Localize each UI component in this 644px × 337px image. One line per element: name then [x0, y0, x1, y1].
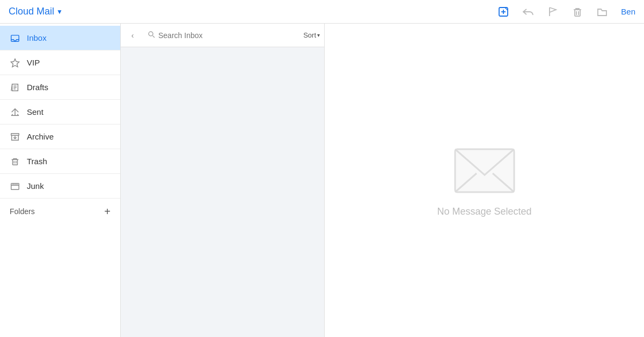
search-bar — [143, 31, 300, 40]
svg-rect-24 — [455, 149, 514, 192]
toolbar-icons — [497, 6, 608, 18]
search-input[interactable] — [158, 31, 296, 40]
sidebar-item-junk[interactable]: Junk — [0, 174, 120, 199]
sidebar-item-archive[interactable]: Archive — [0, 124, 120, 149]
flag-icon[interactable] — [547, 6, 559, 18]
message-list-header: ‹ Sort ▾ — [121, 24, 324, 47]
app-title-chevron-icon: ▼ — [56, 8, 63, 16]
sidebar-item-sent[interactable]: Sent — [0, 100, 120, 124]
message-list-body — [121, 47, 324, 337]
sidebar-item-drafts[interactable]: Drafts — [0, 75, 120, 100]
sidebar-item-sent-label: Sent — [27, 107, 43, 116]
message-list-panel: ‹ Sort ▾ — [121, 24, 325, 337]
sidebar-item-trash-label: Trash — [27, 157, 47, 166]
sidebar-item-drafts-label: Drafts — [27, 83, 48, 92]
svg-rect-12 — [11, 133, 19, 135]
sidebar-item-inbox[interactable]: Inbox — [0, 26, 120, 50]
sidebar-folders-row: Folders + — [0, 201, 120, 222]
sort-label: Sort — [303, 31, 316, 39]
sort-button[interactable]: Sort ▾ — [303, 31, 320, 39]
no-message-text: No Message Selected — [437, 206, 531, 217]
svg-rect-3 — [575, 10, 580, 16]
folders-label: Folders — [10, 207, 35, 216]
trash-icon — [10, 156, 20, 167]
user-name: Ben — [621, 7, 635, 16]
archive-icon — [10, 131, 20, 142]
svg-marker-7 — [11, 58, 19, 67]
delete-icon[interactable] — [572, 6, 583, 18]
app-title-text: Cloud Mail — [9, 6, 54, 17]
main-layout: Inbox VIP Drafts — [0, 24, 644, 337]
svg-rect-14 — [13, 159, 18, 165]
sidebar-item-junk-label: Junk — [27, 181, 44, 191]
inbox-icon — [10, 33, 20, 43]
top-bar: Cloud Mail ▼ — [0, 0, 644, 24]
detail-panel: No Message Selected — [325, 24, 644, 337]
app-title[interactable]: Cloud Mail ▼ — [9, 6, 63, 17]
sidebar-item-vip[interactable]: VIP — [0, 50, 120, 75]
sort-chevron-icon: ▾ — [317, 32, 320, 38]
sidebar: Inbox VIP Drafts — [0, 24, 121, 337]
sidebar-item-inbox-label: Inbox — [27, 33, 47, 42]
reply-icon[interactable] — [522, 6, 534, 18]
drafts-icon — [10, 82, 20, 93]
move-folder-icon[interactable] — [596, 6, 608, 18]
sidebar-item-vip-label: VIP — [27, 58, 40, 67]
sent-icon — [10, 107, 20, 118]
svg-line-23 — [153, 36, 155, 38]
sidebar-item-archive-label: Archive — [27, 132, 54, 141]
no-message-icon — [450, 144, 519, 197]
junk-icon — [10, 181, 20, 192]
add-folder-button[interactable]: + — [104, 206, 111, 217]
vip-star-icon — [10, 57, 20, 68]
collapse-button[interactable]: ‹ — [125, 28, 140, 43]
compose-icon[interactable] — [497, 6, 509, 18]
search-icon — [148, 31, 155, 40]
sidebar-item-trash[interactable]: Trash — [0, 149, 120, 174]
svg-point-22 — [149, 32, 153, 36]
